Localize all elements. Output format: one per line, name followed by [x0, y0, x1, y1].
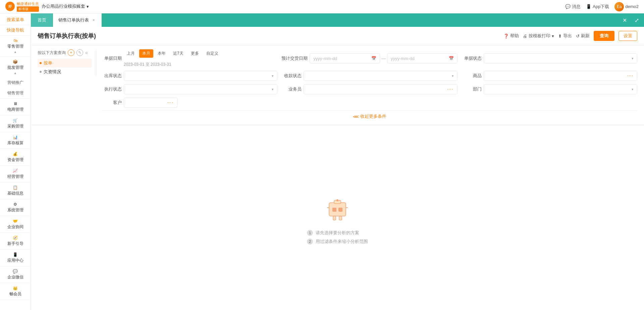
tab-sales-order[interactable]: 销售订单执行表 ×: [53, 13, 102, 27]
sidebar-item-cooperation[interactable]: 🤝 企业协同: [0, 216, 31, 232]
refresh-icon: ↺: [576, 34, 580, 39]
status-chevron-icon: ▾: [632, 56, 634, 61]
sidebar-section-wechat: 💬 企业微信: [0, 266, 31, 283]
date-btn-7days[interactable]: 近7天: [170, 49, 186, 58]
customer-dots-icon: ···: [167, 100, 174, 106]
wholesale-arrow-icon: ▲: [14, 71, 17, 75]
cooperation-icon: 🤝: [13, 219, 18, 223]
sidebar-section-purchase: 🛒 采购管理: [0, 115, 31, 132]
sidebar-item-guide[interactable]: 🧭 新手引导: [0, 233, 31, 249]
outstock-chevron-icon: ▾: [272, 74, 274, 78]
page-body: 销售订单执行表(按单) ❓ 帮助 🖨 按模板打印 ▾ ⬆ 导出: [31, 27, 644, 310]
svg-rect-8: [339, 216, 342, 220]
scheme-header: 按以下方案查询 + ✎ «: [38, 49, 92, 56]
sidebar-search[interactable]: 搜索菜单: [0, 13, 31, 25]
staff-select[interactable]: ···: [304, 84, 457, 94]
sidebar-item-system[interactable]: ⚙ 系统管理: [0, 199, 31, 216]
app-download-button[interactable]: 📱 App下载: [586, 4, 609, 10]
sidebar-section-apps: 📱 应用中心: [0, 250, 31, 266]
sidebar-quick-nav[interactable]: 快捷导航: [0, 25, 31, 36]
add-scheme-button[interactable]: +: [68, 49, 74, 56]
sidebar-sub-marketing[interactable]: 营销推广: [0, 78, 31, 88]
sidebar-item-wholesale[interactable]: 📦 批发管理 ▲: [0, 57, 31, 78]
scheme-item-by-order[interactable]: 按单: [38, 59, 92, 67]
sidebar-item-operations[interactable]: 📈 经营管理: [0, 166, 31, 182]
collapse-scheme-button[interactable]: «: [85, 50, 88, 55]
goods-select[interactable]: ···: [484, 71, 637, 81]
date-btn-this-month[interactable]: 本月: [139, 49, 153, 58]
print-icon: 🖨: [523, 34, 527, 39]
export-icon: ⬆: [558, 34, 562, 39]
outstock-select[interactable]: ▾: [124, 71, 277, 81]
print-button[interactable]: 🖨 按模板打印 ▾: [523, 33, 554, 39]
scheme-item-debt[interactable]: 欠资情况: [38, 67, 92, 76]
date-btn-this-year[interactable]: 本年: [155, 49, 169, 58]
filter-date-field: 单据日期 上月 本月 本年 近7天 更多 自定义: [102, 49, 277, 67]
dept-chevron-icon: ▾: [632, 87, 634, 92]
settings-button[interactable]: 设置: [619, 31, 637, 41]
wechat-icon: 💬: [13, 269, 18, 274]
sidebar-sub-sales[interactable]: 销售管理: [0, 88, 31, 98]
user-profile[interactable]: Ea demo2: [614, 2, 639, 11]
goods-dots-icon: ···: [627, 73, 634, 79]
svg-rect-7: [333, 216, 336, 220]
collapse-button[interactable]: ⋘ 收起更多条件: [353, 113, 386, 119]
exec-chevron-icon: ▾: [272, 87, 274, 92]
sidebar-item-member[interactable]: 👑 畅会员: [0, 283, 31, 300]
edit-scheme-button[interactable]: ✎: [76, 49, 83, 56]
close-window-button[interactable]: ✕: [620, 15, 629, 25]
filter-customer-field: 客户 ···: [102, 98, 177, 108]
content-area: 首页 销售订单执行表 × ✕ ⤢ 销售订单执行表(按单) ❓ 帮助: [31, 13, 644, 310]
apps-icon: 📱: [13, 252, 18, 257]
tab-home[interactable]: 首页: [31, 13, 53, 27]
export-button[interactable]: ⬆ 导出: [558, 33, 572, 39]
sidebar-item-apps[interactable]: 📱 应用中心: [0, 250, 31, 266]
sidebar-item-retail[interactable]: 🛍 零售管理 ▲: [0, 36, 31, 56]
sidebar-item-inventory[interactable]: 📊 库存核算: [0, 132, 31, 149]
inactive-scheme-dot: [40, 71, 42, 73]
sidebar-item-basic[interactable]: 📋 基础信息: [0, 183, 31, 199]
sidebar-item-ecommerce[interactable]: 🖥 电商管理: [0, 99, 31, 115]
sidebar-item-purchase[interactable]: 🛒 采购管理: [0, 115, 31, 132]
sidebar-section-cooperation: 🤝 企业协同: [0, 216, 31, 233]
user-avatar: Ea: [614, 2, 624, 11]
status-select[interactable]: ▾: [484, 53, 637, 63]
logo-area: 好 畅捷通好生意 标准版: [5, 1, 39, 11]
sidebar-section-wholesale: 📦 批发管理 ▲ 营销推广 销售管理: [0, 57, 31, 99]
date-btn-custom[interactable]: 自定义: [203, 49, 221, 58]
sidebar-item-wechat[interactable]: 💬 企业微信: [0, 266, 31, 283]
sidebar-section-retail: 🛍 零售管理 ▲: [0, 36, 31, 57]
calendar-from-icon: 📅: [371, 56, 376, 61]
hint-item-2: 2 用过滤条件来缩小分析范围: [307, 239, 368, 245]
date-quick-options: 上月 本月 本年 近7天 更多 自定义: [124, 49, 277, 58]
receive-chevron-icon: ▾: [452, 74, 454, 78]
delivery-date-from[interactable]: yyyy-mm-dd 📅: [310, 53, 380, 63]
system-icon: ⚙: [13, 202, 17, 207]
delivery-date-to[interactable]: yyyy-mm-dd 📅: [387, 53, 458, 63]
date-btn-last-month[interactable]: 上月: [124, 49, 138, 58]
message-button[interactable]: 💬 消息: [565, 4, 581, 10]
maximize-button[interactable]: ⤢: [632, 15, 641, 25]
company-selector[interactable]: 办公用品行业模拟账套 ▾: [42, 3, 89, 9]
sidebar-section-guide: 🧭 新手引导: [0, 233, 31, 250]
app-icon: 📱: [586, 4, 591, 9]
dept-select[interactable]: ▾: [484, 84, 637, 94]
query-button[interactable]: 查询: [594, 31, 614, 41]
refresh-button[interactable]: ↺ 刷新: [576, 33, 590, 39]
customer-select[interactable]: ···: [124, 98, 177, 108]
scheme-panel: 按以下方案查询 + ✎ « 按单 欠资情况: [38, 49, 96, 76]
receive-select[interactable]: ▾: [304, 71, 457, 81]
collapse-icon: ⋘: [353, 114, 359, 119]
guide-icon: 🧭: [13, 236, 18, 240]
tab-bar-actions: ✕ ⤢: [620, 13, 644, 27]
filter-row-3: 执行状态 ▾ 业务员 ···: [102, 84, 637, 94]
logo-text: 畅捷通好生意 标准版: [17, 1, 39, 11]
date-btn-more[interactable]: 更多: [188, 49, 202, 58]
tab-close-button[interactable]: ×: [91, 17, 96, 23]
filter-row-1: 单据日期 上月 本月 本年 近7天 更多 自定义: [102, 49, 637, 67]
empty-state: 1 请先选择要分析的方案 2 用过滤条件来缩小分析范围: [307, 191, 368, 245]
exec-select[interactable]: ▾: [124, 84, 277, 94]
sidebar-item-finance[interactable]: 💰 资金管理: [0, 149, 31, 165]
basic-icon: 📋: [13, 185, 18, 190]
help-button[interactable]: ❓ 帮助: [503, 33, 519, 39]
